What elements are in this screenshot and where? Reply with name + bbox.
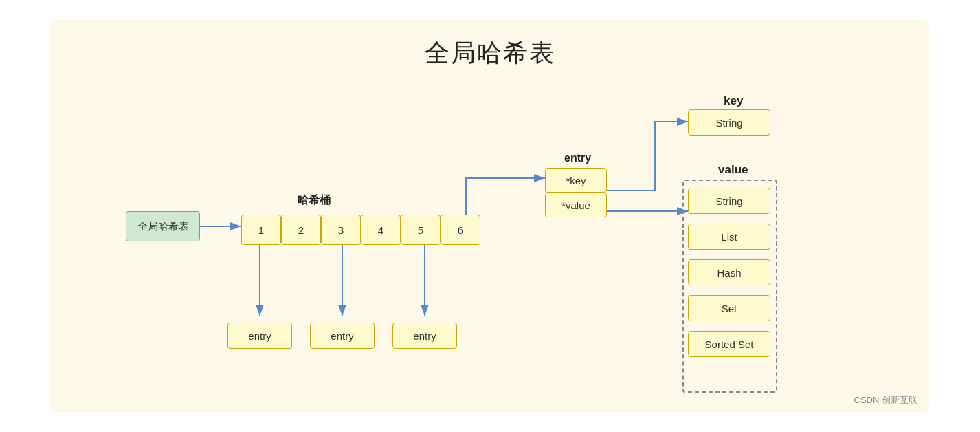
page-container: 全局哈希表 全局哈希表: [0, 0, 980, 432]
entry-key-box: *key: [545, 168, 607, 193]
footer: CSDN 创新互联: [854, 394, 917, 407]
value-string-box: String: [688, 188, 770, 214]
bucket-2: 2: [281, 215, 321, 245]
bucket-6: 6: [441, 215, 480, 245]
key-label: key: [724, 94, 743, 108]
bucket-1: 1: [241, 215, 281, 245]
value-sortedset-box: Sorted Set: [688, 331, 770, 357]
value-label: value: [718, 163, 748, 177]
entry-box-1: entry: [227, 323, 292, 349]
entry-box-2: entry: [310, 323, 375, 349]
entry-value-box: *value: [545, 193, 607, 217]
value-hash-box: Hash: [688, 259, 770, 285]
bucket-4: 4: [361, 215, 401, 245]
global-hashtable-box: 全局哈希表: [126, 211, 200, 241]
bucket-3: 3: [321, 215, 361, 245]
value-list-box: List: [688, 224, 770, 250]
diagram-background: 全局哈希表 全局哈希表: [50, 20, 930, 412]
hash-buckets-label: 哈希桶: [298, 193, 331, 208]
entry-box-3: entry: [392, 323, 457, 349]
entry-top-label: entry: [564, 152, 591, 164]
bucket-5: 5: [401, 215, 441, 245]
key-string-box: String: [688, 109, 770, 136]
value-set-box: Set: [688, 295, 770, 321]
page-title: 全局哈希表: [50, 20, 930, 70]
